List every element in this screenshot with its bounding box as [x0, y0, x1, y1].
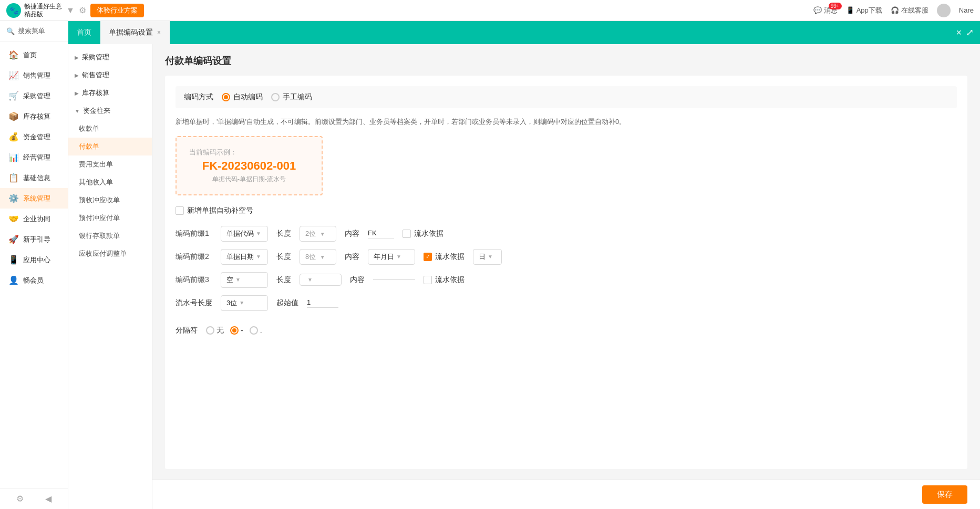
sidebar-item-system[interactable]: ⚙️ 系统管理 — [0, 188, 68, 209]
separator-dash[interactable]: - — [230, 326, 243, 335]
serial-length-label: 流水号长度 — [176, 298, 212, 308]
tab-close-icon[interactable]: × — [157, 29, 161, 36]
separator-row: 分隔符 无 - — [176, 326, 957, 335]
app-download-button[interactable]: 📱 App下载 — [846, 6, 882, 15]
tab-serial[interactable]: 单据编码设置 × — [100, 21, 170, 44]
prefix1-content-value: FK — [368, 229, 394, 238]
dropdown-arrow-icon[interactable]: ▼ — [66, 6, 75, 15]
prefix2-serial-checkbox[interactable] — [424, 253, 432, 261]
main-content: 付款单编码设置 编码方式 自动编码 — [152, 44, 980, 480]
avatar[interactable] — [937, 4, 951, 17]
form-section: 编码前缀1 单据代码 ▼ 长度 2位 ▼ 内容 — [176, 226, 957, 335]
group-sales-title[interactable]: ▶ 销售管理 — [68, 66, 152, 84]
sidebar-collapse-icon[interactable]: ◀ — [45, 494, 51, 504]
encode-method-row: 编码方式 自动编码 手工编码 — [176, 86, 957, 108]
search-icon: 🔍 — [6, 27, 15, 35]
sidebar-item-guide[interactable]: 🚀 新手引导 — [0, 229, 68, 250]
sidebar-item-purchase[interactable]: 🛒 采购管理 — [0, 86, 68, 106]
prefix1-serial-checkbox[interactable] — [403, 230, 411, 238]
guide-icon: 🚀 — [8, 234, 19, 244]
purchase-icon: 🛒 — [8, 91, 19, 101]
preview-box: 当前编码示例： FK-20230602-001 单据代码-单据日期-流水号 — [176, 136, 323, 195]
secondary-sidebar: ▶ 采购管理 ▶ 销售管理 ▶ 库存核算 — [68, 44, 152, 509]
online-service-button[interactable]: 🎧 在线客服 — [891, 6, 929, 15]
trial-button[interactable]: 体验行业方案 — [90, 4, 144, 17]
left-sidebar: 🔍 搜索菜单 🏠 首页 📈 销售管理 🛒 采购管理 📦 库存核算 💰 — [0, 21, 68, 509]
prefix1-length-input[interactable]: 2位 ▼ — [300, 226, 336, 242]
separator-dot[interactable]: . — [250, 326, 262, 335]
group-purchase-title[interactable]: ▶ 采购管理 — [68, 48, 152, 66]
sec-sidebar-receipt[interactable]: 收款单 — [68, 120, 152, 138]
prefix2-content-select[interactable]: 年月日 ▼ — [368, 249, 415, 265]
settings-icon[interactable]: ⚙ — [79, 5, 86, 15]
sidebar-settings-icon[interactable]: ⚙ — [16, 494, 24, 504]
prefix2-content-arrow-icon: ▼ — [396, 254, 401, 259]
sales-icon: 📈 — [8, 70, 19, 80]
prefix1-arrow-icon: ▼ — [256, 231, 261, 236]
prefix1-length-dropdown-icon: ▼ — [320, 231, 325, 237]
group-inventory-title[interactable]: ▶ 库存核算 — [68, 84, 152, 102]
encode-method-label: 编码方式 — [184, 92, 213, 102]
sidebar-nav: 🏠 首页 📈 销售管理 🛒 采购管理 📦 库存核算 💰 资金管理 📊 经 — [0, 41, 68, 488]
prefix3-serial-follow: 流水依据 — [424, 275, 465, 285]
manual-encode-dot — [271, 93, 280, 101]
sidebar-item-inventory[interactable]: 📦 库存核算 — [0, 106, 68, 127]
tab-home[interactable]: 首页 — [68, 21, 100, 44]
group-inventory: ▶ 库存核算 — [68, 84, 152, 102]
tab-minimize-icon[interactable]: × — [956, 27, 962, 38]
preview-desc: 单据代码-单据日期-流水号 — [189, 175, 309, 184]
auto-fill-checkbox[interactable] — [176, 206, 184, 215]
logo-text: 畅捷通好生意 精品版 — [24, 3, 62, 18]
sidebar-item-partner[interactable]: 🤝 企业协同 — [0, 209, 68, 229]
sec-sidebar-bank-deposit[interactable]: 银行存取款单 — [68, 227, 152, 245]
home-icon: 🏠 — [8, 50, 19, 60]
sec-sidebar-expense[interactable]: 费用支出单 — [68, 155, 152, 173]
sec-sidebar-prepay-receive[interactable]: 预收冲应收单 — [68, 191, 152, 209]
sidebar-item-member[interactable]: 👤 畅会员 — [0, 270, 68, 290]
auto-encode-radio[interactable]: 自动编码 — [222, 92, 263, 102]
auto-encode-dot — [222, 93, 230, 101]
inventory-icon: 📦 — [8, 111, 19, 121]
sidebar-item-apps[interactable]: 📱 应用中心 — [0, 250, 68, 270]
chevron-right-icon: ▶ — [75, 55, 79, 60]
group-sales: ▶ 销售管理 — [68, 66, 152, 84]
save-button[interactable]: 保存 — [922, 485, 967, 504]
prefix2-length-input[interactable]: 8位 ▼ — [300, 249, 336, 265]
prefix1-content-label: 内容 — [345, 229, 359, 238]
group-capital-title[interactable]: ▼ 资金往来 — [68, 102, 152, 120]
message-button[interactable]: 💬 消息 99+ — [813, 6, 838, 15]
tab-expand-icon[interactable]: ⤢ — [966, 27, 974, 38]
tab-bar: 首页 单据编码设置 × × ⤢ — [68, 21, 980, 44]
sec-sidebar-receivable-adjust[interactable]: 应收应付调整单 — [68, 245, 152, 263]
prefix2-length-dropdown-icon: ▼ — [320, 254, 325, 260]
prefix1-select[interactable]: 单据代码 ▼ — [221, 226, 268, 242]
apps-icon: 📱 — [8, 255, 19, 265]
separator-radio-group: 无 - . — [206, 326, 262, 335]
service-icon: 🎧 — [891, 6, 899, 14]
topbar: 🐾 畅捷通好生意 精品版 ▼ ⚙ 体验行业方案 💬 消息 99+ 📱 App下载… — [0, 0, 980, 21]
separator-none[interactable]: 无 — [206, 326, 224, 335]
serial-length-select[interactable]: 3位 ▼ — [221, 295, 268, 311]
sidebar-item-basic[interactable]: 📋 基础信息 — [0, 168, 68, 188]
search-menu[interactable]: 🔍 搜索菜单 — [0, 21, 68, 41]
prefix3-serial-checkbox[interactable] — [424, 276, 432, 284]
serial-start-value[interactable]: 1 — [307, 298, 338, 308]
app-body: 🔍 搜索菜单 🏠 首页 📈 销售管理 🛒 采购管理 📦 库存核算 💰 — [0, 21, 980, 509]
prefix3-select[interactable]: 空 ▼ — [221, 272, 268, 288]
encode-method-radio-group: 自动编码 手工编码 — [222, 92, 312, 102]
sec-sidebar-other-income[interactable]: 其他收入单 — [68, 173, 152, 191]
prefix2-follow-unit-select[interactable]: 日 ▼ — [473, 249, 502, 265]
prefix2-select[interactable]: 单据日期 ▼ — [221, 249, 268, 265]
sidebar-item-finance[interactable]: 💰 资金管理 — [0, 127, 68, 147]
prefix2-serial-follow: 流水依据 — [424, 252, 465, 262]
prefix3-length-arrow-icon: ▼ — [307, 277, 313, 283]
sec-sidebar-payment[interactable]: 付款单 — [68, 138, 152, 155]
manual-encode-radio[interactable]: 手工编码 — [271, 92, 312, 102]
basic-icon: 📋 — [8, 173, 19, 183]
partner-icon: 🤝 — [8, 214, 19, 224]
sidebar-item-sales[interactable]: 📈 销售管理 — [0, 65, 68, 86]
sidebar-item-home[interactable]: 🏠 首页 — [0, 45, 68, 65]
prefix3-length-input[interactable]: ▼ — [300, 274, 342, 286]
sec-sidebar-prepay-pay[interactable]: 预付冲应付单 — [68, 209, 152, 227]
sidebar-item-operation[interactable]: 📊 经营管理 — [0, 147, 68, 168]
